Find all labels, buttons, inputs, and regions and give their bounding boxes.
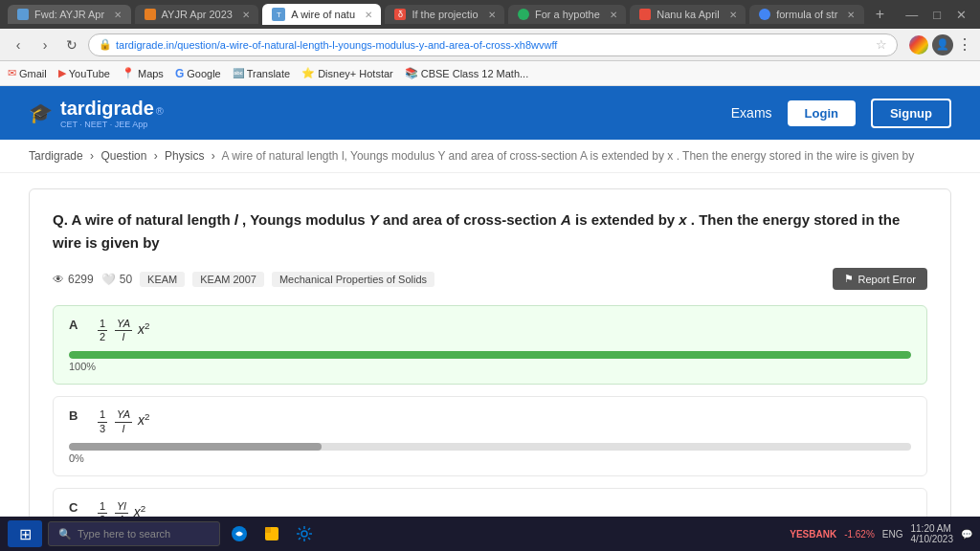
address-bar[interactable]: 🔒 tardigrade.in/question/a-wire-of-natur…: [88, 33, 898, 56]
taskbar-time: 11:20 AM 4/10/2023: [911, 523, 954, 544]
taskbar-right: YESBANK -1.62% ENG 11:20 AM 4/10/2023 💬: [790, 523, 972, 544]
tab-proj[interactable]: δ If the projectio ✕: [385, 5, 504, 24]
taskbar-search[interactable]: 🔍 Type here to search: [48, 521, 220, 546]
hotstar-icon: ⭐: [301, 67, 315, 79]
option-a[interactable]: A 12 YAl x2 100%: [53, 305, 927, 385]
new-tab-btn[interactable]: +: [868, 6, 892, 23]
maximize-btn[interactable]: □: [927, 4, 947, 26]
menu-icon[interactable]: ⋮: [957, 35, 972, 54]
tab-close-icon4[interactable]: ✕: [488, 10, 496, 20]
option-a-progress-label: 100%: [69, 361, 911, 372]
tab-close-icon7[interactable]: ✕: [847, 10, 855, 20]
tab-wire-icon: T: [272, 8, 285, 21]
gmail-icon: ✉: [8, 67, 16, 79]
tab-close-icon3[interactable]: ✕: [365, 10, 372, 20]
breadcrumb-sep1: ›: [90, 149, 94, 163]
profile-icon[interactable]: 👤: [932, 34, 953, 55]
login-button[interactable]: Login: [788, 100, 856, 126]
tab-proj-icon: δ: [394, 9, 406, 20]
tab-wire-label: A wire of natu: [291, 9, 355, 20]
breadcrumb-home[interactable]: Tardigrade: [29, 149, 83, 163]
q-mid1: , Youngs modulus: [242, 211, 369, 228]
tag-mechanical[interactable]: Mechanical Properties of Solids: [272, 272, 434, 287]
bookmark-cbse[interactable]: 📚 CBSE Class 12 Math...: [405, 67, 529, 79]
option-a-label: A: [69, 318, 84, 332]
tab-hypo[interactable]: For a hypothe ✕: [508, 5, 626, 24]
bookmark-google-label: Google: [187, 68, 220, 79]
tab-close-icon2[interactable]: ✕: [242, 10, 250, 20]
taskbar-search-icon: 🔍: [58, 528, 72, 540]
bookmark-youtube-label: YouTube: [69, 68, 110, 79]
report-error-button[interactable]: ⚑ Report Error: [833, 268, 927, 290]
bookmark-star-icon[interactable]: ☆: [876, 37, 887, 52]
option-b-formula: 13 YAl x2: [96, 408, 149, 434]
tab-close-icon6[interactable]: ✕: [729, 10, 737, 20]
tab-ayjr[interactable]: AYJR Apr 2023 ✕: [135, 5, 259, 24]
translate-icon: 🔤: [233, 68, 244, 78]
google-logo-icon: G: [175, 67, 184, 80]
eye-icon: 👁: [53, 273, 64, 286]
report-btn-label: Report Error: [858, 274, 916, 285]
question-card: Q. A wire of natural length l , Youngs m…: [29, 188, 951, 517]
breadcrumb-sep2: ›: [154, 149, 158, 163]
breadcrumb: Tardigrade › Question › Physics › A wire…: [0, 140, 980, 173]
option-b-label: B: [69, 408, 84, 423]
option-a-formula: 12 YAl x2: [96, 318, 149, 343]
logo-name: tardigrade: [60, 98, 154, 120]
start-button[interactable]: ⊞: [8, 520, 42, 547]
logo-icon: 🎓: [29, 101, 53, 124]
option-c-header: C 12 YlA x2: [69, 500, 911, 517]
bookmark-gmail[interactable]: ✉ Gmail: [8, 67, 47, 79]
back-btn[interactable]: ‹: [8, 34, 29, 55]
header-navigation: Exams Login Signup: [731, 99, 951, 128]
taskbar-explorer-icon[interactable]: [258, 520, 285, 547]
tab-close-icon[interactable]: ✕: [114, 10, 122, 20]
close-btn[interactable]: ✕: [950, 4, 972, 26]
signup-button[interactable]: Signup: [871, 99, 951, 128]
bookmark-youtube[interactable]: ▶ YouTube: [58, 67, 110, 79]
option-c-frac2: YlA: [115, 500, 128, 517]
taskbar-edge-icon[interactable]: [226, 520, 253, 547]
option-c-formula: 12 YlA x2: [96, 500, 145, 517]
logo[interactable]: 🎓 tardigrade ® CET · NEET · JEE App: [29, 98, 164, 129]
option-b-progress-bar: [69, 443, 911, 451]
refresh-btn[interactable]: ↻: [61, 34, 82, 55]
bookmark-hotstar-label: Disney+ Hotstar: [318, 68, 393, 79]
tab-formula[interactable]: formula of str ✕: [749, 5, 864, 24]
tab-youtube-label: Nanu ka April: [657, 9, 719, 20]
option-c[interactable]: C 12 YlA x2 0%: [53, 488, 927, 517]
bookmark-cbse-label: CBSE Class 12 Math...: [421, 68, 529, 79]
option-c-var-x2: x: [134, 504, 141, 517]
forward-btn[interactable]: ›: [34, 34, 56, 55]
tag-keam2007[interactable]: KEAM 2007: [192, 272, 264, 287]
breadcrumb-question[interactable]: Question: [100, 149, 146, 163]
tab-ayjr-label: AYJR Apr 2023: [162, 9, 233, 20]
minimize-btn[interactable]: —: [900, 4, 924, 26]
option-b[interactable]: B 13 YAl x2 0%: [53, 396, 927, 475]
tab-youtube[interactable]: Nanu ka April ✕: [630, 5, 746, 24]
q-var-l: l: [234, 211, 238, 228]
tag-keam[interactable]: KEAM: [140, 272, 185, 287]
option-c-frac1: 12: [98, 500, 107, 517]
tab-wire[interactable]: T A wire of natu ✕: [262, 4, 381, 25]
main-content: Q. A wire of natural length l , Youngs m…: [0, 173, 980, 517]
tab-mail[interactable]: Fwd: AYJR Apr ✕: [8, 5, 131, 24]
bookmark-google[interactable]: G Google: [175, 67, 221, 80]
notification-icon[interactable]: 💬: [961, 529, 972, 540]
site-header: 🎓 tardigrade ® CET · NEET · JEE App Exam…: [0, 86, 980, 140]
bookmark-translate[interactable]: 🔤 Translate: [233, 68, 290, 79]
tab-mail-icon: [17, 9, 29, 20]
exams-nav[interactable]: Exams: [731, 105, 772, 121]
tab-close-icon5[interactable]: ✕: [610, 10, 617, 20]
bookmark-maps[interactable]: 📍 Maps: [122, 67, 164, 79]
tab-hypo-label: For a hypothe: [535, 9, 600, 20]
browser-tabs: Fwd: AYJR Apr ✕ AYJR Apr 2023 ✕ T A wire…: [0, 0, 980, 29]
tab-youtube-icon: [639, 9, 651, 20]
option-a-progress-fill: [69, 351, 911, 359]
bookmark-hotstar[interactable]: ⭐ Disney+ Hotstar: [301, 67, 393, 79]
breadcrumb-physics[interactable]: Physics: [165, 149, 204, 163]
page-content: 🎓 tardigrade ® CET · NEET · JEE App Exam…: [0, 86, 980, 517]
taskbar-search-placeholder: Type here to search: [78, 528, 170, 540]
time-display: 11:20 AM: [911, 523, 954, 534]
taskbar-settings-icon[interactable]: [291, 520, 318, 547]
